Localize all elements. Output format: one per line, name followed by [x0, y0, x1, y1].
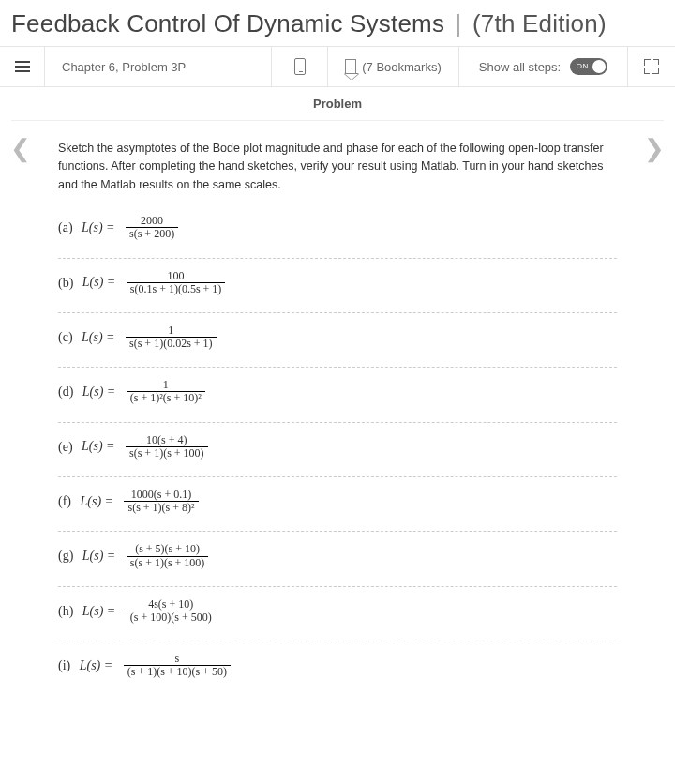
device-button[interactable]: [272, 47, 328, 86]
chapter-label: Chapter 6, Problem 3P: [45, 47, 272, 86]
title-separator: |: [452, 9, 466, 38]
item-label: (h): [58, 604, 73, 618]
item-label: (b): [58, 275, 73, 289]
list-item: (e) L(s) = 10(s + 4) s(s + 1)(s + 100): [58, 423, 617, 477]
denominator: s(s + 200): [126, 227, 178, 240]
numerator: 2000: [126, 215, 178, 227]
title-edition: (7th Edition): [472, 9, 607, 38]
show-steps-cell: Show all steps: ON: [459, 47, 628, 86]
item-lhs: L(s) =: [74, 494, 117, 508]
numerator: 1000(s + 0.1): [124, 489, 198, 501]
fraction: 2000 s(s + 200): [126, 215, 178, 240]
denominator: s(s + 1)(s + 100): [127, 556, 209, 569]
list-item: (h) L(s) = 4s(s + 10) (s + 100)(s + 500): [58, 587, 617, 641]
fraction: 1 s(s + 1)(0.02s + 1): [126, 324, 217, 350]
problem-body: Sketch the asymptotes of the Bode plot m…: [38, 121, 638, 705]
menu-icon: [15, 58, 30, 75]
prev-problem-button[interactable]: ❮: [4, 121, 38, 163]
denominator: s(0.1s + 1)(0.5s + 1): [127, 282, 226, 295]
denominator: s(s + 1)(0.02s + 1): [126, 337, 217, 350]
fraction: s (s + 1)(s + 10)(s + 50): [124, 653, 231, 678]
fraction: 4s(s + 10) (s + 100)(s + 500): [127, 598, 216, 624]
item-lhs: L(s) =: [77, 275, 120, 289]
numerator: 10(s + 4): [126, 434, 208, 446]
list-item: (i) L(s) = s (s + 1)(s + 10)(s + 50): [58, 641, 617, 695]
numerator: 4s(s + 10): [127, 598, 216, 611]
chevron-left-icon: ❮: [10, 134, 31, 163]
title-text: Feedback Control Of Dynamic Systems: [11, 9, 444, 38]
list-item: (f) L(s) = 1000(s + 0.1) s(s + 1)(s + 8)…: [58, 477, 617, 532]
fraction: (s + 5)(s + 10) s(s + 1)(s + 100): [127, 543, 209, 568]
numerator: (s + 5)(s + 10): [127, 543, 209, 555]
item-label: (a): [58, 220, 73, 234]
list-item: (a) L(s) = 2000 s(s + 200): [58, 204, 617, 258]
bookmark-button[interactable]: (7 Bookmarks): [328, 47, 459, 86]
switch-label: ON: [574, 62, 591, 70]
item-lhs: L(s) =: [74, 658, 117, 672]
list-item: (d) L(s) = 1 (s + 1)²(s + 10)²: [58, 368, 617, 422]
item-lhs: L(s) =: [77, 549, 120, 563]
item-label: (e): [58, 439, 73, 453]
device-icon: [294, 58, 306, 75]
item-lhs: L(s) =: [76, 330, 119, 344]
toolbar: Chapter 6, Problem 3P (7 Bookmarks) Show…: [0, 46, 675, 87]
denominator: (s + 1)²(s + 10)²: [127, 391, 205, 404]
item-label: (f): [58, 494, 71, 508]
show-steps-toggle[interactable]: ON: [570, 58, 608, 75]
item-lhs: L(s) =: [77, 604, 120, 618]
item-lhs: L(s) =: [77, 384, 120, 399]
fraction: 1000(s + 0.1) s(s + 1)(s + 8)²: [124, 489, 198, 514]
show-steps-label: Show all steps:: [479, 60, 561, 74]
content-row: ❮ Sketch the asymptotes of the Bode plot…: [0, 121, 675, 705]
list-item: (g) L(s) = (s + 5)(s + 10) s(s + 1)(s + …: [58, 532, 617, 586]
fraction: 1 (s + 1)²(s + 10)²: [127, 379, 205, 404]
menu-button[interactable]: [0, 47, 45, 86]
item-label: (d): [58, 384, 73, 399]
numerator: 1: [126, 324, 217, 337]
expand-button[interactable]: [628, 47, 675, 86]
item-label: (g): [58, 549, 73, 563]
fraction: 100 s(0.1s + 1)(0.5s + 1): [127, 270, 226, 295]
expand-icon: [644, 59, 659, 74]
item-lhs: L(s) =: [76, 220, 119, 234]
bookmark-icon: [345, 59, 356, 74]
list-item: (c) L(s) = 1 s(s + 1)(0.02s + 1): [58, 313, 617, 368]
item-label: (c): [58, 330, 73, 344]
list-item: (b) L(s) = 100 s(0.1s + 1)(0.5s + 1): [58, 259, 617, 313]
numerator: 1: [127, 379, 205, 391]
item-label: (i): [58, 658, 70, 672]
chevron-right-icon: ❯: [644, 134, 665, 163]
next-problem-button[interactable]: ❯: [638, 121, 671, 163]
denominator: (s + 100)(s + 500): [127, 611, 216, 624]
chapter-text: Chapter 6, Problem 3P: [62, 60, 186, 74]
fraction: 10(s + 4) s(s + 1)(s + 100): [126, 434, 208, 460]
page-title: Feedback Control Of Dynamic Systems | (7…: [0, 0, 675, 46]
bookmark-count: (7 Bookmarks): [362, 60, 442, 74]
numerator: s: [124, 653, 231, 665]
problem-heading: Problem: [11, 87, 664, 121]
denominator: s(s + 1)(s + 100): [126, 446, 208, 460]
problem-intro: Sketch the asymptotes of the Bode plot m…: [58, 140, 617, 194]
item-lhs: L(s) =: [76, 439, 119, 453]
numerator: 100: [127, 270, 226, 282]
denominator: s(s + 1)(s + 8)²: [124, 501, 198, 514]
denominator: (s + 1)(s + 10)(s + 50): [124, 665, 231, 678]
